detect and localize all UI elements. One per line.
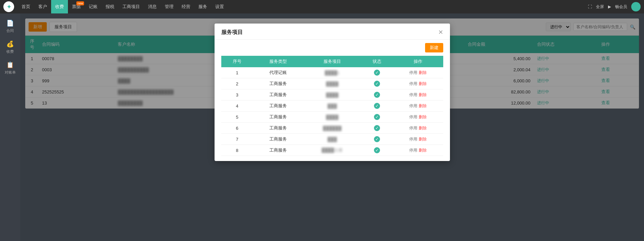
right-tools: ⛶ 全屏 ▶ 畅会员 [588, 2, 641, 11]
nav-xiaoxi[interactable]: 消息 [144, 0, 161, 13]
list-item: 6 工商服务 ██████ ✓ 停用 删除 [221, 123, 443, 134]
shoufei-icon: 💰 [6, 40, 14, 48]
modal-th-action: 操作 [393, 56, 443, 67]
modal-cell-type: 工商服务 [253, 112, 303, 123]
app-logo: ✦ [3, 1, 14, 12]
list-item: 1 代理记账 ████1 ✓ 停用 删除 [221, 67, 443, 78]
modal-cell-project: ███ [303, 101, 361, 112]
vip-label[interactable]: 畅会员 [615, 4, 627, 10]
modal-cell-action[interactable]: 停用 删除 [393, 67, 443, 78]
delete-button[interactable]: 删除 [419, 81, 427, 87]
modal-cell-type: 工商服务 [253, 134, 303, 145]
modal-cell-seq: 3 [221, 89, 253, 101]
list-item: 2 工商服务 ████ ✓ 停用 删除 [221, 78, 443, 89]
list-item: 8 工商服务 ████注册 ✓ 停用 删除 [221, 145, 443, 156]
modal-th-project: 服务项目 [303, 56, 361, 67]
nav-jizhang[interactable]: 记账 [85, 0, 102, 13]
list-item: 5 工商服务 ████ ✓ 停用 删除 [221, 112, 443, 123]
modal-cell-action[interactable]: 停用 删除 [393, 134, 443, 145]
vip-icon: ▶ [608, 4, 611, 9]
fullscreen-icon[interactable]: ⛶ [588, 4, 592, 9]
modal-cell-seq: 1 [221, 67, 253, 78]
modal-cell-type: 代理记账 [253, 67, 303, 78]
modal-cell-project: ████ [303, 112, 361, 123]
nav-fuwu[interactable]: 服务 [194, 0, 211, 13]
modal-cell-seq: 7 [221, 134, 253, 145]
modal-cell-status: ✓ [361, 101, 393, 112]
modal-cell-action[interactable]: 停用 删除 [393, 78, 443, 89]
nav-home[interactable]: 首页 [17, 0, 34, 13]
modal-cell-action[interactable]: 停用 删除 [393, 123, 443, 134]
sidebar-item-label-duizhang: 对账单 [5, 70, 16, 75]
delete-button[interactable]: 删除 [419, 70, 427, 76]
badge-new: new [76, 1, 84, 5]
stop-button[interactable]: 停用 [409, 136, 417, 142]
modal-cell-status: ✓ [361, 123, 393, 134]
modal-cell-project: ████1 [303, 67, 361, 78]
modal-cell-action[interactable]: 停用 删除 [393, 145, 443, 156]
nav-gongshang[interactable]: 工商项目 [118, 0, 144, 13]
nav-guanli[interactable]: 管理 [161, 0, 178, 13]
sidebar-item-shoufei[interactable]: 💰 收费 [1, 38, 20, 57]
modal-new-button[interactable]: 新建 [425, 43, 443, 52]
modal-cell-project: ████注册 [303, 145, 361, 156]
modal-th-type: 服务类型 [253, 56, 303, 67]
modal-cell-seq: 8 [221, 145, 253, 156]
modal-cell-type: 工商服务 [253, 78, 303, 89]
service-table: 序号 服务类型 服务项目 状态 操作 1 代理记账 ████1 ✓ 停用 删除 … [221, 56, 443, 156]
stop-button[interactable]: 停用 [409, 103, 417, 109]
duizhang-icon: 📋 [6, 61, 14, 69]
modal-cell-type: 工商服务 [253, 123, 303, 134]
delete-button[interactable]: 删除 [419, 148, 427, 153]
modal-cell-seq: 4 [221, 101, 253, 112]
nav-shoufei[interactable]: 收费 [51, 0, 68, 13]
stop-button[interactable]: 停用 [409, 70, 417, 76]
modal-cell-project: ████ [303, 78, 361, 89]
delete-button[interactable]: 删除 [419, 125, 427, 131]
app-body: 📄 合同 💰 收费 📋 对账单 新增 服务项目 进行中 已完成 已取消 [0, 13, 644, 241]
stop-button[interactable]: 停用 [409, 81, 417, 87]
modal-cell-seq: 6 [221, 123, 253, 134]
modal-cell-action[interactable]: 停用 删除 [393, 112, 443, 123]
nav-piao[interactable]: 票据 new [68, 0, 85, 13]
sidebar-item-label-shoufei: 收费 [6, 49, 14, 54]
modal-th-seq: 序号 [221, 56, 253, 67]
modal-cell-type: 工商服务 [253, 89, 303, 101]
stop-button[interactable]: 停用 [409, 148, 417, 153]
top-nav: ✦ 首页 客户 收费 票据 new 记账 报税 工商项目 消息 管理 经营 服务… [0, 0, 644, 13]
sidebar-item-hetong[interactable]: 📄 合同 [1, 17, 20, 36]
sidebar-item-duizhang[interactable]: 📋 对账单 [1, 58, 20, 78]
stop-button[interactable]: 停用 [409, 114, 417, 120]
hetong-icon: 📄 [6, 19, 14, 27]
delete-button[interactable]: 删除 [419, 136, 427, 142]
modal-close-button[interactable]: ✕ [438, 29, 443, 36]
delete-button[interactable]: 删除 [419, 103, 427, 109]
list-item: 4 工商服务 ███ ✓ 停用 删除 [221, 101, 443, 112]
sidebar: 📄 合同 💰 收费 📋 对账单 [0, 13, 20, 241]
modal-cell-project: ███ [303, 134, 361, 145]
modal-cell-status: ✓ [361, 134, 393, 145]
modal-header: 服务项目 ✕ [215, 24, 450, 40]
modal-th-status: 状态 [361, 56, 393, 67]
sidebar-item-label-hetong: 合同 [6, 28, 14, 33]
modal-cell-status: ✓ [361, 78, 393, 89]
nav-jingying[interactable]: 经营 [178, 0, 194, 13]
delete-button[interactable]: 删除 [419, 114, 427, 120]
nav-customer[interactable]: 客户 [34, 0, 51, 13]
avatar[interactable] [631, 2, 641, 11]
modal-cell-project: ████ [303, 89, 361, 101]
delete-button[interactable]: 删除 [419, 92, 427, 98]
modal-cell-type: 工商服务 [253, 145, 303, 156]
nav-baoshui[interactable]: 报税 [102, 0, 118, 13]
modal-cell-seq: 2 [221, 78, 253, 89]
modal-cell-status: ✓ [361, 112, 393, 123]
list-item: 3 工商服务 ████ ✓ 停用 删除 [221, 89, 443, 101]
modal-cell-seq: 5 [221, 112, 253, 123]
modal-cell-action[interactable]: 停用 删除 [393, 101, 443, 112]
stop-button[interactable]: 停用 [409, 92, 417, 98]
modal-overlay[interactable]: 服务项目 ✕ 新建 序号 服务类型 服务项目 状态 [20, 13, 644, 241]
fullscreen-label[interactable]: 全屏 [596, 4, 604, 10]
stop-button[interactable]: 停用 [409, 125, 417, 131]
nav-shezhi[interactable]: 设置 [211, 0, 228, 13]
modal-cell-action[interactable]: 停用 删除 [393, 89, 443, 101]
